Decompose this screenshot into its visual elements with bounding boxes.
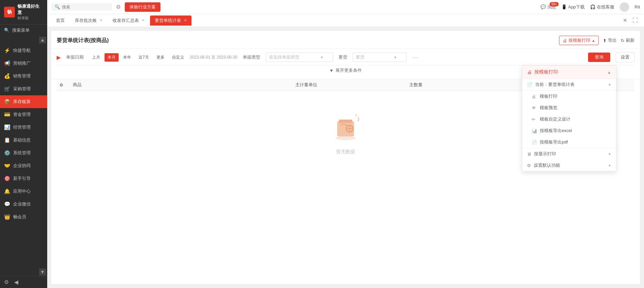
finance-icon: 💳	[4, 111, 10, 118]
default-func-icon: ⚙	[527, 163, 531, 168]
sidebar-item-label: 畅会员	[13, 214, 26, 220]
export-excel-icon: 📊	[532, 128, 537, 133]
sidebar-scroll-up-btn[interactable]: ▲	[39, 37, 46, 43]
sidebar-item-marketing[interactable]: 📢 营销推广	[0, 57, 47, 70]
date-btn-this-year[interactable]: 本年	[120, 53, 134, 62]
date-btn-custom[interactable]: 自定义	[169, 53, 187, 62]
logo-icon: 畅	[4, 7, 15, 18]
date-btn-this-month[interactable]: 本月	[105, 53, 119, 62]
sidebar-item-finance[interactable]: 💳 资金管理	[0, 108, 47, 121]
sidebar-item-membership[interactable]: 👑 畅会员	[0, 211, 47, 223]
dropdown-item-export-pdf[interactable]: 📄 按模板导出pdf	[522, 136, 616, 148]
topbar-gear-icon[interactable]: ⚙	[115, 2, 122, 11]
messages-badge: 99+	[550, 2, 559, 6]
printer-header-icon: 🖨	[527, 69, 532, 75]
sidebar-item-inventory[interactable]: 📦 库存核算	[0, 95, 47, 108]
tab-batch-accounts[interactable]: 库存批次账 ✕	[70, 15, 107, 26]
tab-collect-report[interactable]: 收发存汇总表 ✕	[108, 15, 149, 26]
tab-home[interactable]: 首页	[51, 15, 69, 26]
display-print-arrow: ▼	[608, 152, 611, 156]
sidebar-bottom: ⚙ ◀	[0, 276, 47, 288]
topbar: 🔍 ⚙ 体验行业方案 💬 消息 99+ 📱 App下载 🎧 在线客服 Rit	[47, 0, 644, 14]
tab-batch-accounts-close[interactable]: ✕	[99, 18, 103, 23]
display-print-label: 按显示打印	[534, 151, 608, 157]
query-btn[interactable]: 查询	[588, 53, 610, 62]
current-template-section: 📄 当前：要货单统计表 ▼	[522, 79, 616, 91]
sidebar-item-quick-nav[interactable]: ⚡ 快捷导航	[0, 44, 47, 57]
sidebar-item-label: 应用中心	[13, 188, 31, 194]
tab-requisition-stats-close[interactable]: ✕	[184, 18, 187, 23]
th-qty: 主数量	[407, 82, 521, 88]
sidebar-item-basic[interactable]: 📋 基础信息	[0, 134, 47, 147]
date-range-text: 2023-06-01 至 2023-06-30	[190, 55, 237, 60]
date-btn-last-month[interactable]: 上月	[89, 53, 103, 62]
tabs-bar-right: ✕ ⛶	[621, 17, 640, 24]
sidebar-search[interactable]: 🔍 搜索菜单	[0, 25, 47, 36]
collapse-btn[interactable]: ◀	[14, 279, 18, 285]
template-preview-label: 模板预览	[540, 105, 557, 111]
online-service-label: 在线客服	[597, 4, 614, 10]
print-dropdown: 🖨 按模板打印 ▲ 📄 当前：要货单统计表 ▼	[522, 65, 616, 171]
topbar-search-input[interactable]	[62, 5, 103, 9]
tab-collect-report-close[interactable]: ✕	[142, 18, 145, 23]
service-icon: 🎧	[590, 4, 595, 9]
date-btn-more[interactable]: 更多	[153, 53, 168, 62]
tabs-expand-btn[interactable]: ⛶	[631, 17, 640, 24]
tab-requisition-stats[interactable]: 要货单统计表 ✕	[150, 15, 192, 26]
dropdown-item-template-print[interactable]: 🖨 模板打印	[522, 91, 616, 102]
refresh-btn[interactable]: ↻ 刷新	[621, 37, 635, 43]
online-service-btn[interactable]: 🎧 在线客服	[590, 4, 614, 10]
requisition-type-select[interactable]: 要货 ▼	[353, 53, 407, 62]
display-print-item[interactable]: 🖥 按显示打印 ▼	[522, 148, 616, 160]
messages-btn[interactable]: 💬 消息 99+	[540, 4, 556, 10]
app-logo: 畅 畅康通好生意 标准版	[0, 0, 47, 25]
filter-expand-icon[interactable]: ▶	[57, 54, 61, 61]
th-settings[interactable]: ⚙	[57, 83, 70, 88]
dropdown-item-template-design[interactable]: ✏ 模板自定义设计	[522, 114, 616, 125]
sidebar-item-system[interactable]: ⚙️ 系统管理	[0, 147, 47, 159]
sidebar-item-guide[interactable]: 🎯 新手引导	[0, 172, 47, 185]
user-avatar[interactable]	[620, 2, 629, 12]
topbar-search-box[interactable]: 🔍	[51, 3, 112, 11]
topbar-search-icon: 🔍	[55, 4, 60, 9]
sidebar-item-collaboration[interactable]: 🤝 企业协同	[0, 159, 47, 172]
print-btn[interactable]: 🖨 按模板打印 ▲	[559, 36, 599, 45]
sidebar-item-wechat[interactable]: 💬 企业微信	[0, 198, 47, 211]
order-type-label: 单据类型	[243, 54, 260, 60]
more-options-btn[interactable]: ⋯	[412, 54, 418, 61]
date-btn-last7days[interactable]: 近7天	[136, 53, 152, 62]
requisition-type-label: 要货	[339, 54, 347, 60]
export-btn[interactable]: ⬆ 导出	[603, 37, 617, 43]
main-area: 🔍 ⚙ 体验行业方案 💬 消息 99+ 📱 App下载 🎧 在线客服 Rit	[47, 0, 644, 288]
filter-row: ▶ 单据日期 上月 本月 本年 近7天 更多 自定义 2023-06-01 至 …	[57, 52, 635, 62]
topbar-right: 💬 消息 99+ 📱 App下载 🎧 在线客服 Rit	[540, 2, 640, 12]
sidebar-item-label: 销售管理	[13, 73, 31, 79]
current-template-label: 当前：要货单统计表	[535, 82, 608, 88]
dropdown-item-template-preview[interactable]: 👁 模板预览	[522, 102, 616, 114]
tab-batch-accounts-label: 库存批次账	[75, 18, 97, 24]
settings-filter-btn[interactable]: 设置	[616, 52, 635, 62]
app-download-btn[interactable]: 📱 App下载	[561, 4, 585, 10]
sidebar-item-label: 经营管理	[13, 124, 31, 130]
sidebar-item-appstore[interactable]: 🔔 应用中心	[0, 185, 47, 198]
order-type-select[interactable]: 请选择单据类型 ▼	[266, 53, 333, 62]
tab-requisition-stats-label: 要货单统计表	[155, 18, 181, 24]
sidebar-item-purchase[interactable]: 🛒 采购管理	[0, 83, 47, 95]
current-template-item[interactable]: 📄 当前：要货单统计表 ▼	[522, 79, 616, 90]
system-icon: ⚙️	[4, 150, 10, 156]
industry-btn[interactable]: 体验行业方案	[125, 2, 160, 12]
tabs-close-btn[interactable]: ✕	[621, 17, 629, 24]
message-icon: 💬	[540, 4, 546, 9]
logo-text: 畅康通好生意 标准版	[18, 3, 43, 21]
sidebar-scroll-down-btn[interactable]: ▼	[39, 268, 46, 275]
default-func-item[interactable]: ⚙ 设置默认功能 ▼	[522, 160, 616, 171]
sidebar-item-operations[interactable]: 📊 经营管理	[0, 121, 47, 134]
print-chevron-up-icon: ▲	[592, 39, 595, 42]
requisition-type-value: 要货	[356, 54, 364, 60]
dropdown-header[interactable]: 🖨 按模板打印 ▲	[522, 66, 616, 79]
sidebar-item-sales[interactable]: 💰 销售管理	[0, 70, 47, 83]
current-template-arrow: ▼	[608, 83, 611, 87]
settings-btn[interactable]: ⚙	[4, 279, 9, 285]
dropdown-item-export-excel[interactable]: 📊 按模板导出excel	[522, 125, 616, 136]
search-icon: 🔍	[4, 28, 9, 33]
